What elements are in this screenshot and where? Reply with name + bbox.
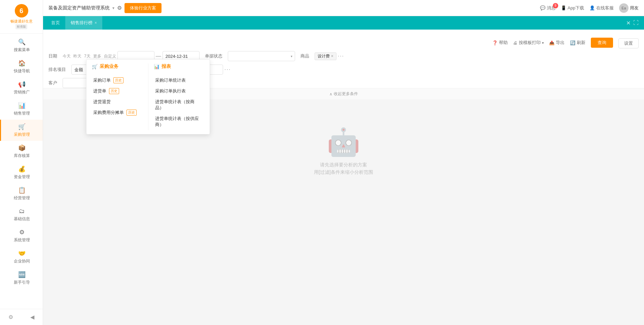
tab-home-label: 首页: [51, 20, 60, 26]
goods-dots-button[interactable]: ···: [338, 53, 344, 59]
doc-status-label: 单据状态: [205, 53, 222, 59]
headset-icon: 👤: [589, 5, 595, 10]
sidebar-logo: 6 畅捷通好生意 标准版: [0, 0, 43, 34]
sidebar-item-search[interactable]: 🔍 搜索菜单: [0, 35, 43, 56]
operation-icon: 📋: [18, 187, 26, 194]
date-filter-label: 日期: [48, 53, 57, 59]
sidebar-item-marketing[interactable]: 📢 营销推广: [0, 77, 43, 98]
system-dropdown-icon[interactable]: ▾: [112, 6, 114, 10]
sidebar-item-label: 基础信息: [14, 216, 30, 222]
doc-status-select[interactable]: [228, 51, 295, 61]
dropdown-item-purchase-order[interactable]: 采购订单 历史: [92, 75, 143, 86]
settings-button[interactable]: 设置: [618, 38, 639, 48]
guide-icon: 🆕: [18, 271, 26, 278]
date-7days-link[interactable]: 7天: [84, 53, 91, 59]
sidebar-item-system[interactable]: ⚙ 系统管理: [0, 225, 43, 246]
notification-button[interactable]: 💬 消息 9: [540, 5, 556, 11]
sidebar-nav: 🔍 搜索菜单 🏠 快捷导航 📢 营销推广 📊 销售管理 🛒 采购管理 📦 库存核…: [0, 34, 43, 309]
date-custom-link[interactable]: 自定义: [104, 53, 116, 59]
report-section-icon: 📊: [154, 64, 159, 69]
sidebar-item-label: 新手引导: [14, 280, 30, 285]
tab-home[interactable]: 首页: [46, 16, 65, 30]
purchase-dropdown-menu: 🛒 采购业务 采购订单 历史 进货单 历史 进货退货 采购费用分摊单 历史: [86, 59, 210, 134]
dropdown-item-label: 采购订单: [93, 77, 111, 83]
refresh-button[interactable]: 🔄 刷新: [570, 40, 585, 46]
print-label: 按模板打印: [519, 40, 541, 46]
tab-close-window-icon[interactable]: ✕: [626, 20, 631, 26]
goods-tag-text: 设计费: [318, 53, 330, 59]
sidebar-item-finance[interactable]: 💰 资金管理: [0, 162, 43, 183]
phone-icon: 📱: [561, 5, 566, 10]
dropdown-item-label: 进货单统计表（按商品）: [155, 99, 203, 111]
empty-hint-2: 用[过滤]条件来缩小分析范围: [314, 169, 373, 175]
sidebar-item-label: 系统管理: [14, 237, 30, 243]
dropdown-item-badge: 历史: [127, 110, 137, 116]
sidebar-item-label: 搜索菜单: [14, 47, 30, 53]
dropdown-item-receipt-stat-goods[interactable]: 进货单统计表（按商品）: [154, 96, 205, 113]
sidebar-settings-button[interactable]: ⚙: [6, 313, 16, 322]
user-profile-button[interactable]: Ea 用友: [619, 3, 639, 13]
online-service-button[interactable]: 👤 在线客服: [589, 5, 614, 11]
sidebar-item-label: 企业协同: [14, 258, 30, 264]
app-download-label: App下载: [568, 5, 584, 11]
date-today-link[interactable]: 今天: [63, 53, 71, 59]
inventory-icon: 📦: [18, 144, 26, 152]
app-download-button[interactable]: 📱 App下载: [561, 5, 584, 11]
sidebar-item-label: 采购管理: [14, 132, 30, 137]
date-more-link[interactable]: 更多: [93, 53, 101, 59]
dropdown-item-purchase-expense[interactable]: 采购费用分摊单 历史: [92, 107, 143, 118]
enterprise-icon: 🤝: [18, 250, 26, 257]
topbar-gear-icon[interactable]: ⚙: [117, 5, 122, 11]
query-button[interactable]: 查询: [591, 38, 613, 48]
sidebar-item-label: 销售管理: [14, 111, 30, 116]
report-section: 📊 报表 采购订单统计表 采购订单执行表 进货单统计表（按商品） 进货单统计表（…: [148, 64, 210, 130]
sidebar-item-guide[interactable]: 🆕 新手引导: [0, 268, 43, 289]
sidebar-item-label: 营销推广: [14, 89, 30, 95]
empty-hint-1: 请先选择要分析的方案: [320, 162, 367, 168]
dropdown-item-purchase-return[interactable]: 进货退货: [92, 96, 143, 107]
empty-state-illustration: 🤖: [327, 126, 360, 158]
trial-button[interactable]: 体验行业方案: [124, 3, 162, 13]
sidebar-item-label: 快捷导航: [14, 68, 30, 74]
topbar-right: 💬 消息 9 📱 App下载 👤 在线客服 Ea 用友: [540, 3, 639, 13]
home-icon: 🏠: [18, 59, 26, 67]
tab-maximize-icon[interactable]: ⛶: [633, 20, 639, 26]
sales-icon: 📊: [18, 102, 26, 109]
logo-icon: 6: [15, 4, 28, 17]
marketing-icon: 📢: [18, 81, 26, 88]
export-button[interactable]: 📤 导出: [549, 40, 565, 46]
system-icon: ⚙: [19, 229, 25, 236]
export-icon: 📤: [549, 40, 554, 45]
tab-sales-rank[interactable]: 销售排行榜 ×: [65, 16, 102, 30]
sidebar-item-sales[interactable]: 📊 销售管理: [0, 98, 43, 120]
sidebar-bottom: ⚙ ◀: [0, 309, 43, 325]
dropdown-item-purchase-order-exec[interactable]: 采购订单执行表: [154, 86, 205, 96]
tabbar: 首页 销售排行榜 × ✕ ⛶: [43, 16, 644, 30]
sidebar-item-basic-info[interactable]: 🗂 基础信息: [0, 204, 43, 225]
sidebar-item-inventory[interactable]: 📦 库存核算: [0, 141, 43, 162]
report-section-header: 📊 报表: [154, 64, 205, 72]
date-yesterday-link[interactable]: 昨天: [73, 53, 81, 59]
help-button[interactable]: ❓ 帮助: [492, 40, 508, 46]
tabbar-right: ✕ ⛶: [626, 20, 641, 26]
print-dropdown-icon[interactable]: ▾: [542, 41, 544, 45]
sidebar-item-enterprise[interactable]: 🤝 企业协同: [0, 246, 43, 268]
dropdown-item-receipt-stat-supplier[interactable]: 进货单统计表（按供应商）: [154, 113, 205, 130]
dropdown-item-purchase-receipt[interactable]: 进货单 历史: [92, 86, 143, 96]
print-icon: 🖨: [513, 40, 517, 45]
dropdown-item-label: 进货退货: [93, 99, 111, 105]
tab-close-icon[interactable]: ×: [95, 21, 97, 25]
print-button[interactable]: 🖨 按模板打印 ▾: [513, 40, 544, 46]
sidebar-item-label: 库存核算: [14, 153, 30, 159]
sidebar-item-quick-nav[interactable]: 🏠 快捷导航: [0, 56, 43, 77]
salesperson-dots-button[interactable]: ···: [224, 67, 231, 73]
dropdown-item-purchase-order-stat[interactable]: 采购订单统计表: [154, 75, 205, 86]
date-quick-links: 今天 昨天 7天 更多 自定义: [63, 53, 116, 59]
goods-tag-remove-icon[interactable]: ×: [331, 54, 333, 58]
sidebar-collapse-button[interactable]: ◀: [28, 313, 37, 322]
goods-tag: 设计费 ×: [315, 52, 336, 60]
sidebar-item-operation[interactable]: 📋 经营管理: [0, 183, 43, 204]
purchase-icon: 🛒: [18, 123, 26, 130]
help-label: 帮助: [499, 40, 508, 46]
sidebar-item-purchase[interactable]: 🛒 采购管理: [0, 120, 43, 141]
